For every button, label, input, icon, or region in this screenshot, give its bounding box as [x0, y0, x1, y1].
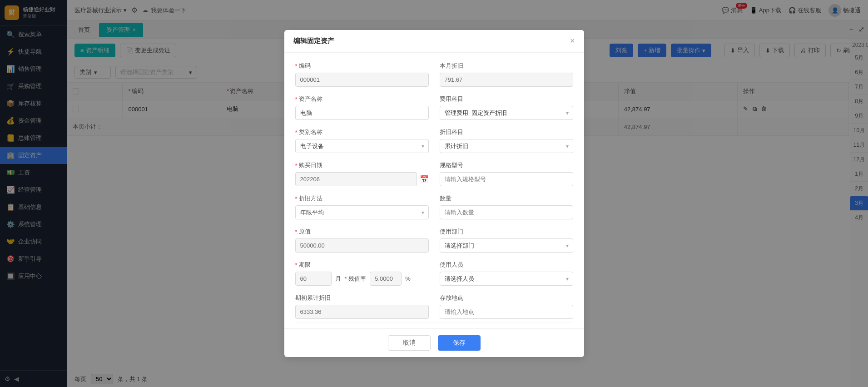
form-item-category: * 类别名称 电子设备 ▾	[295, 128, 429, 153]
category-select[interactable]: 电子设备	[295, 139, 429, 153]
period-unit: 月	[335, 275, 341, 283]
form-item-period: * 期限 月 * 残值率 %	[295, 261, 429, 286]
modal-close-icon[interactable]: ×	[570, 36, 575, 46]
residual-rate-unit: %	[405, 275, 411, 282]
form-item-original-value: * 原值	[295, 228, 429, 253]
depr-method-select-wrap: 年限平均 ▾	[295, 205, 429, 219]
quantity-input[interactable]	[440, 205, 573, 219]
spec-model-label: 规格型号	[440, 161, 573, 169]
form-item-spec-model: 规格型号	[440, 161, 573, 186]
person-select[interactable]: 请选择人员	[440, 272, 573, 286]
storage-label: 存放地点	[440, 294, 573, 302]
cancel-button[interactable]: 取消	[388, 335, 431, 351]
category-select-wrap: 电子设备 ▾	[295, 139, 429, 153]
modal-overlay: 编辑固定资产 × * 编码 本月折旧	[0, 0, 868, 387]
dept-select[interactable]: 请选择部门	[440, 238, 573, 253]
modal-note: 注：已经存在变更记录或者对应固定资产已经生成凭证，原值、购买日期、残值率、累计折…	[295, 322, 573, 328]
this-month-depr-input[interactable]	[440, 73, 573, 87]
expense-subject-select[interactable]: 管理费用_固定资产折旧	[440, 106, 573, 120]
purchase-date-input[interactable]	[295, 172, 417, 186]
expense-subject-label: 费用科目	[440, 95, 573, 103]
quantity-label: 数量	[440, 194, 573, 203]
code-label: * 编码	[295, 62, 429, 70]
modal-title: 编辑固定资产	[293, 37, 334, 45]
depr-method-label: * 折旧方法	[295, 194, 429, 203]
period-input[interactable]	[295, 272, 332, 286]
category-name-label: * 类别名称	[295, 128, 429, 136]
depr-subject-select-wrap: 累计折旧 ▾	[440, 139, 573, 153]
save-button[interactable]: 保存	[438, 335, 481, 351]
form-item-code: * 编码	[295, 62, 429, 87]
form-item-quantity: 数量	[440, 194, 573, 219]
period-residual-row: 月 * 残值率 %	[295, 272, 429, 286]
form-item-init-cum-depr: 期初累计折旧	[295, 294, 429, 319]
this-month-depr-label: 本月折旧	[440, 62, 573, 70]
depr-method-select[interactable]: 年限平均	[295, 205, 429, 219]
storage-input[interactable]	[440, 305, 573, 319]
init-cum-depr-input[interactable]	[295, 305, 429, 319]
depr-subject-label: 折旧科目	[440, 128, 573, 136]
form-item-storage: 存放地点	[440, 294, 573, 319]
residual-rate-input[interactable]	[370, 272, 402, 286]
form-grid: * 编码 本月折旧 * 资产名称	[295, 62, 573, 319]
period-label: * 期限	[295, 261, 429, 269]
expense-subject-select-wrap: 管理费用_固定资产折旧 ▾	[440, 106, 573, 120]
init-cum-depr-label: 期初累计折旧	[295, 294, 429, 302]
code-input[interactable]	[295, 73, 429, 87]
form-item-this-month-depr: 本月折旧	[440, 62, 573, 87]
form-item-purchase-date: * 购买日期 📅	[295, 161, 429, 186]
original-value-input[interactable]	[295, 238, 429, 253]
spec-model-input[interactable]	[440, 172, 573, 186]
form-item-dept: 使用部门 请选择部门 ▾	[440, 228, 573, 253]
form-item-expense-subject: 费用科目 管理费用_固定资产折旧 ▾	[440, 95, 573, 120]
dept-select-wrap: 请选择部门 ▾	[440, 238, 573, 253]
modal-footer: 取消 保存	[284, 328, 584, 357]
form-item-depr-method: * 折旧方法 年限平均 ▾	[295, 194, 429, 219]
form-item-depr-subject: 折旧科目 累计折旧 ▾	[440, 128, 573, 153]
dept-label: 使用部门	[440, 228, 573, 236]
asset-name-label: * 资产名称	[295, 95, 429, 103]
modal-header: 编辑固定资产 ×	[284, 30, 584, 53]
edit-asset-modal: 编辑固定资产 × * 编码 本月折旧	[284, 30, 584, 357]
residual-rate-label: * 残值率	[345, 275, 367, 283]
calendar-icon[interactable]: 📅	[420, 175, 429, 184]
depr-subject-select[interactable]: 累计折旧	[440, 139, 573, 153]
form-item-asset-name: * 资产名称	[295, 95, 429, 120]
form-item-person: 使用人员 请选择人员 ▾	[440, 261, 573, 286]
person-select-wrap: 请选择人员 ▾	[440, 272, 573, 286]
modal-body: * 编码 本月折旧 * 资产名称	[284, 53, 584, 328]
original-value-label: * 原值	[295, 228, 429, 236]
person-label: 使用人员	[440, 261, 573, 269]
asset-name-input[interactable]	[295, 106, 429, 120]
purchase-date-label: * 购买日期	[295, 161, 429, 169]
